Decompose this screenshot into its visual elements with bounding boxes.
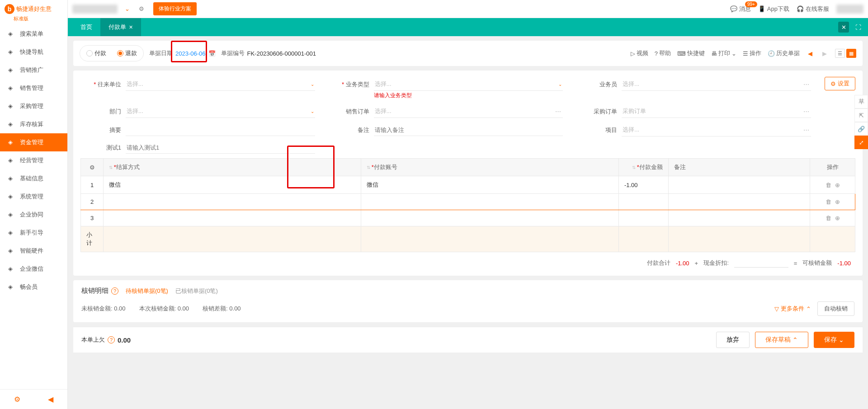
sidebar-item-box[interactable]: ◈采购管理 bbox=[0, 97, 67, 115]
staff-select[interactable]: 选择...⋯ bbox=[622, 78, 811, 91]
settings-gear-icon[interactable]: ⚙ bbox=[14, 395, 20, 404]
collapse-icon[interactable]: ◀ bbox=[48, 395, 53, 404]
table-row[interactable]: 1微信微信-1.00🗑⊕ bbox=[81, 176, 855, 194]
device-icon: ◈ bbox=[8, 247, 15, 254]
table-row[interactable]: 2🗑⊕ bbox=[81, 194, 855, 210]
gear-sync-icon: ◈ bbox=[8, 193, 15, 200]
sidebar-item-search[interactable]: ◈搜索菜单 bbox=[0, 25, 67, 43]
app-download-link[interactable]: 📱 App下载 bbox=[758, 5, 789, 13]
chart-icon: ◈ bbox=[8, 157, 15, 164]
project-select[interactable]: 选择...⋯ bbox=[622, 123, 811, 136]
porder-select[interactable]: 采购订单⋯ bbox=[622, 105, 811, 118]
headset-icon: 🎧 bbox=[797, 5, 804, 12]
col-gear[interactable]: ⚙ bbox=[81, 159, 104, 176]
delete-row-icon[interactable]: 🗑 bbox=[826, 198, 831, 205]
cart-icon: ◈ bbox=[8, 85, 15, 92]
remark-label: 备注 bbox=[333, 126, 369, 134]
summary-input[interactable] bbox=[126, 124, 315, 136]
form-settings-button[interactable]: ⚙设置 bbox=[825, 77, 855, 90]
sidebar-item-megaphone[interactable]: ◈营销推广 bbox=[0, 61, 67, 79]
sidebar-item-warehouse[interactable]: ◈库存核算 bbox=[0, 115, 67, 133]
money-icon: ◈ bbox=[8, 139, 15, 146]
dept-select[interactable]: 选择...⌄ bbox=[126, 105, 315, 118]
sidebar-item-gear-sync[interactable]: ◈系统管理 bbox=[0, 188, 67, 206]
video-link[interactable]: ▷ 视频 bbox=[631, 49, 648, 57]
sidebar-item-chart[interactable]: ◈经营管理 bbox=[0, 151, 67, 169]
box-icon: ◈ bbox=[8, 103, 15, 110]
tabs-bar: 首页付款单✕ ✕ ⛶ bbox=[68, 18, 868, 36]
trial-button[interactable]: 体验行业方案 bbox=[153, 2, 197, 15]
history-link[interactable]: 🕘 历史单据 bbox=[768, 49, 800, 57]
summary-label: 摘要 bbox=[85, 126, 121, 134]
sidebar-item-money[interactable]: ◈资金管理 bbox=[0, 133, 67, 151]
radio-payment[interactable]: 付款 bbox=[82, 47, 111, 59]
logo-icon: b bbox=[5, 4, 14, 14]
view-form-icon[interactable]: ▦ bbox=[846, 49, 856, 58]
org-dropdown-icon[interactable]: ⌄ bbox=[125, 5, 130, 12]
messages-link[interactable]: 💬 消息 99+ bbox=[730, 5, 751, 13]
col-settle[interactable]: *结算方式 bbox=[104, 159, 361, 176]
phone-icon: 📱 bbox=[758, 5, 765, 12]
biztype-select[interactable]: 选择...⌄ bbox=[374, 78, 563, 91]
verify-tab-pending[interactable]: 待核销单据(0笔) bbox=[126, 287, 168, 295]
remark-input[interactable] bbox=[374, 124, 563, 136]
prev-doc-icon[interactable]: ◀ bbox=[806, 50, 814, 57]
rail-attach-icon[interactable]: 🔗 bbox=[854, 122, 868, 136]
customer-select[interactable]: 选择...⌄ bbox=[126, 78, 315, 91]
sorder-select[interactable]: 选择...⋯ bbox=[374, 105, 563, 118]
support-link[interactable]: 🎧 在线客服 bbox=[797, 5, 829, 13]
save-button[interactable]: 保存 ⌄ bbox=[814, 332, 854, 348]
topbar: ⌄ ⚙ 体验行业方案 💬 消息 99+ 📱 App下载 🎧 在线客服 bbox=[68, 0, 868, 18]
info-icon[interactable]: ? bbox=[108, 336, 115, 343]
sidebar-item-cart[interactable]: ◈销售管理 bbox=[0, 79, 67, 97]
col-amount[interactable]: *付款金额 bbox=[618, 159, 668, 176]
auto-verify-button[interactable]: 自动核销 bbox=[817, 301, 854, 316]
view-list-icon[interactable]: ☰ bbox=[835, 49, 845, 58]
tab-付款单[interactable]: 付款单✕ bbox=[100, 18, 141, 36]
shortcut-link[interactable]: ⌨ 快捷键 bbox=[677, 49, 705, 57]
discard-button[interactable]: 放弃 bbox=[716, 332, 750, 348]
more-conditions-link[interactable]: ▽更多条件 ⌃ bbox=[774, 305, 811, 313]
add-row-icon[interactable]: ⊕ bbox=[835, 215, 840, 221]
user-avatar-blurred[interactable] bbox=[836, 5, 863, 14]
info-icon[interactable]: ? bbox=[111, 287, 118, 295]
rail-import-icon[interactable]: ⇱ bbox=[854, 108, 868, 122]
sidebar-item-home[interactable]: ◈快捷导航 bbox=[0, 43, 67, 61]
print-link[interactable]: 🖶 打印 ⌄ bbox=[711, 49, 736, 57]
rail-draft-icon[interactable]: 草 bbox=[854, 95, 868, 108]
add-row-icon[interactable]: ⊕ bbox=[835, 198, 840, 205]
col-remark[interactable]: 备注 bbox=[668, 159, 810, 176]
calendar-icon[interactable]: 📅 bbox=[208, 50, 216, 57]
test1-input[interactable] bbox=[126, 142, 315, 154]
sidebar-item-device[interactable]: ◈智能硬件 bbox=[0, 242, 67, 260]
rail-expand-icon[interactable]: ⤢ bbox=[854, 136, 868, 149]
sidebar-item-guide[interactable]: ◈新手引导 bbox=[0, 224, 67, 242]
cash-discount-input[interactable] bbox=[734, 259, 788, 268]
delete-row-icon[interactable]: 🗑 bbox=[826, 215, 831, 221]
radio-refund[interactable]: 退款 bbox=[113, 47, 142, 59]
delete-row-icon[interactable]: 🗑 bbox=[826, 182, 831, 188]
help-link[interactable]: ? 帮助 bbox=[655, 49, 671, 57]
form-card: 往来单位选择...⌄ 业务类型选择...⌄ 业务员选择...⋯ 请输入业务类型 … bbox=[73, 71, 863, 276]
col-account[interactable]: *付款账号 bbox=[361, 159, 618, 176]
save-draft-button[interactable]: 保存草稿 ⌃ bbox=[755, 332, 808, 348]
sidebar-item-wecom[interactable]: ◈企业微信 bbox=[0, 260, 67, 278]
verify-tab-done[interactable]: 已核销单据(0笔) bbox=[175, 287, 218, 295]
tab-首页[interactable]: 首页 bbox=[72, 18, 100, 36]
fullscreen-icon[interactable]: ⛶ bbox=[853, 22, 863, 33]
close-icon[interactable]: ✕ bbox=[129, 24, 133, 30]
sidebar-item-vip[interactable]: ◈畅会员 bbox=[0, 278, 67, 296]
table-row[interactable]: 3🗑⊕ bbox=[81, 210, 855, 226]
next-doc-icon[interactable]: ▶ bbox=[821, 50, 829, 57]
subtotal-label: 小计 bbox=[81, 226, 104, 252]
payment-lines-table: ⚙ *结算方式 *付款账号 *付款金额 备注 操作 1微信微信-1.00🗑⊕2🗑… bbox=[80, 158, 855, 252]
date-value[interactable]: 2023-06-06 bbox=[175, 50, 206, 57]
sidebar-item-org[interactable]: ◈企业协同 bbox=[0, 206, 67, 224]
operate-link[interactable]: ☰ 操作 bbox=[743, 49, 761, 57]
more-icon: ⋯ bbox=[555, 108, 562, 115]
add-row-icon[interactable]: ⊕ bbox=[835, 182, 840, 188]
topbar-gear-icon[interactable]: ⚙ bbox=[139, 5, 144, 12]
footer-bar: 本单上欠 ? 0.00 放弃 保存草稿 ⌃ 保存 ⌄ bbox=[73, 327, 863, 353]
sidebar-item-grid[interactable]: ◈基础信息 bbox=[0, 169, 67, 188]
tab-close-all-icon[interactable]: ✕ bbox=[838, 22, 849, 33]
